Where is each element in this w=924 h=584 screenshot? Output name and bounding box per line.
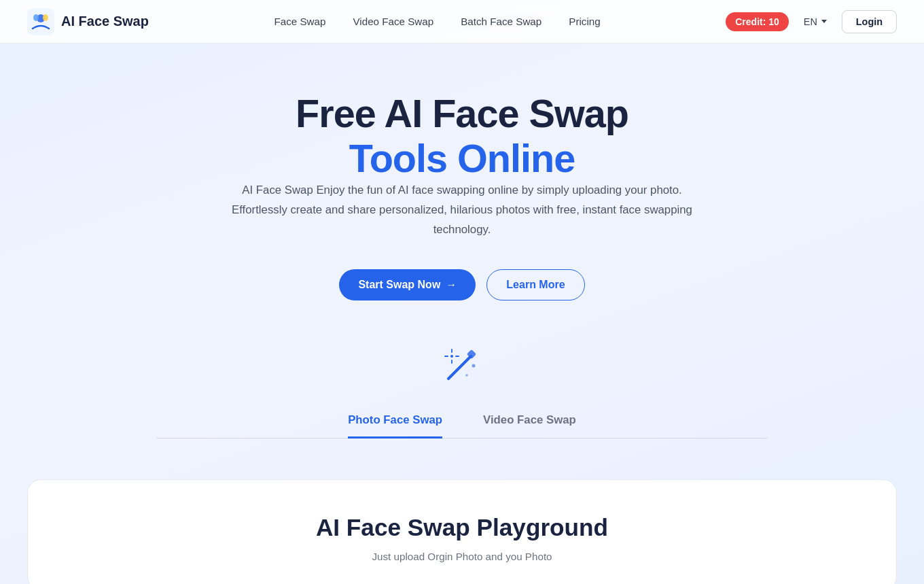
playground-section: AI Face Swap Playground Just upload Orgi…	[27, 479, 897, 584]
hero-section: Free AI Face Swap Tools Online AI Face S…	[0, 44, 924, 459]
arrow-right-icon: →	[446, 279, 457, 291]
svg-point-3	[43, 14, 48, 21]
svg-point-6	[450, 355, 453, 358]
credit-badge[interactable]: Credit: 10	[726, 12, 789, 31]
tabs-area: Photo Face Swap Video Face Swap	[156, 413, 768, 439]
brand-name: AI Face Swap	[61, 14, 149, 29]
language-selector[interactable]: EN	[797, 12, 834, 31]
nav-batch-face-swap[interactable]: Batch Face Swap	[450, 10, 552, 33]
nav-pricing[interactable]: Pricing	[558, 10, 611, 33]
hero-subtitle: AI Face Swap Enjoy the fun of AI face sw…	[224, 181, 700, 239]
svg-point-12	[465, 374, 468, 377]
svg-point-11	[472, 364, 476, 368]
start-swap-button[interactable]: Start Swap Now →	[339, 269, 476, 300]
learn-more-button[interactable]: Learn More	[486, 269, 584, 300]
hero-title-black: Free AI Face Swap	[296, 92, 628, 135]
nav-links: Face Swap Video Face Swap Batch Face Swa…	[263, 10, 611, 33]
svg-point-2	[33, 14, 39, 21]
logo[interactable]: AI Face Swap	[27, 8, 149, 35]
hero-title-line2: Tools Online	[349, 136, 575, 181]
magic-wand-icon	[438, 341, 486, 389]
hero-title-line1: Free AI Face Swap	[296, 91, 628, 136]
playground-subtitle: Just upload Orgin Photo and you Photo	[55, 551, 869, 562]
tab-video-face-swap[interactable]: Video Face Swap	[483, 413, 576, 439]
nav-right: Credit: 10 EN Login	[726, 10, 897, 33]
hero-title-blue: Tools Online	[349, 137, 575, 180]
tab-photo-face-swap[interactable]: Photo Face Swap	[348, 413, 442, 439]
magic-icon-area	[438, 341, 486, 392]
nav-video-face-swap[interactable]: Video Face Swap	[342, 10, 444, 33]
chevron-down-icon	[821, 20, 827, 23]
logo-icon	[27, 8, 54, 35]
nav-face-swap[interactable]: Face Swap	[263, 10, 336, 33]
language-label: EN	[804, 16, 817, 27]
hero-buttons: Start Swap Now → Learn More	[339, 269, 584, 300]
login-button[interactable]: Login	[842, 10, 897, 33]
start-swap-label: Start Swap Now	[358, 279, 440, 291]
navbar: AI Face Swap Face Swap Video Face Swap B…	[0, 0, 924, 44]
playground-title: AI Face Swap Playground	[55, 514, 869, 541]
